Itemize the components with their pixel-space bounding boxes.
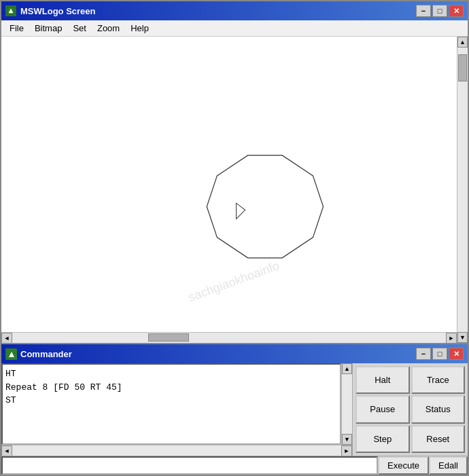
scroll-left-button[interactable]: ◄ (1, 333, 12, 343)
status-button[interactable]: Status (411, 395, 466, 423)
edall-button[interactable]: Edall (429, 456, 468, 475)
output-line-2: Repeat 8 [FD 50 RT 45] (5, 381, 337, 395)
close-button[interactable]: ✕ (449, 5, 464, 17)
output-v-track[interactable] (342, 374, 352, 434)
menu-help[interactable]: Help (125, 22, 154, 35)
h-scroll-thumb[interactable] (148, 333, 189, 342)
output-v-scrollbar: ▲ ▼ (341, 363, 352, 445)
canvas-main: sachgiaokhoainfo ◄ ► (1, 37, 457, 343)
menu-file[interactable]: File (4, 22, 29, 35)
pause-button[interactable]: Pause (355, 395, 410, 423)
scroll-up-button[interactable]: ▲ (457, 37, 468, 48)
minimize-button[interactable]: − (416, 5, 431, 17)
command-input[interactable] (1, 456, 378, 475)
output-scroll-left[interactable]: ◄ (1, 445, 12, 456)
v-scroll-track[interactable] (457, 48, 468, 332)
output-line-3: ST (5, 394, 337, 407)
commander-window: Commander − □ ✕ HT Repeat 8 [FD 50 RT 45… (1, 343, 468, 475)
commander-buttons: Halt Trace Pause Status Step Reset (352, 363, 468, 456)
halt-button[interactable]: Halt (355, 366, 410, 394)
commander-title-text: Commander (20, 349, 412, 359)
window-controls: − □ ✕ (416, 5, 464, 17)
commander-body: HT Repeat 8 [FD 50 RT 45] ST ▲ ▼ ◄ ► (1, 363, 468, 456)
main-window: MSWLogo Screen − □ ✕ File Bitmap Set Zoo… (0, 0, 469, 476)
menu-bitmap[interactable]: Bitmap (29, 22, 67, 35)
menu-bar: File Bitmap Set Zoom Help (1, 20, 468, 37)
output-section: HT Repeat 8 [FD 50 RT 45] ST ▲ ▼ ◄ ► (1, 363, 352, 456)
commander-title-bar: Commander − □ ✕ (1, 344, 468, 363)
execute-button[interactable]: Execute (378, 456, 429, 475)
h-scrollbar: ◄ ► (1, 332, 457, 343)
command-output[interactable]: HT Repeat 8 [FD 50 RT 45] ST (1, 363, 341, 445)
reset-button[interactable]: Reset (411, 425, 466, 453)
input-row: Execute Edall (1, 456, 468, 475)
drawing-canvas: sachgiaokhoainfo (1, 37, 457, 332)
v-scrollbar: ▲ ▼ (457, 37, 468, 343)
output-scroll-up[interactable]: ▲ (342, 363, 352, 374)
commander-close-button[interactable]: ✕ (449, 348, 464, 360)
scroll-down-button[interactable]: ▼ (457, 332, 468, 343)
menu-zoom[interactable]: Zoom (92, 22, 125, 35)
commander-maximize-button[interactable]: □ (432, 348, 447, 360)
output-h-scrollbar: ◄ ► (1, 445, 352, 456)
trace-button[interactable]: Trace (411, 366, 466, 394)
maximize-button[interactable]: □ (432, 5, 447, 17)
output-h-track[interactable] (12, 445, 341, 456)
output-line-1: HT (5, 367, 337, 381)
menu-set[interactable]: Set (67, 22, 92, 35)
svg-text:sachgiaokhoainfo: sachgiaokhoainfo (186, 259, 281, 304)
output-scroll-right[interactable]: ► (341, 445, 352, 456)
output-scroll-down[interactable]: ▼ (342, 434, 352, 445)
scroll-right-button[interactable]: ► (446, 333, 457, 343)
h-scroll-track[interactable] (12, 333, 446, 343)
v-scroll-thumb[interactable] (458, 54, 467, 81)
commander-controls: − □ ✕ (416, 348, 464, 360)
app-icon (5, 5, 16, 16)
canvas-area: sachgiaokhoainfo ◄ ► ▲ ▼ (1, 37, 468, 343)
output-row: HT Repeat 8 [FD 50 RT 45] ST ▲ ▼ (1, 363, 352, 445)
drawing-area: sachgiaokhoainfo (1, 37, 457, 332)
svg-marker-3 (237, 203, 245, 219)
step-button[interactable]: Step (355, 425, 410, 453)
commander-icon (5, 348, 16, 359)
main-window-title: MSWLogo Screen (20, 6, 412, 16)
svg-marker-2 (207, 155, 323, 258)
main-title-bar: MSWLogo Screen − □ ✕ (1, 1, 468, 20)
commander-minimize-button[interactable]: − (416, 348, 431, 360)
